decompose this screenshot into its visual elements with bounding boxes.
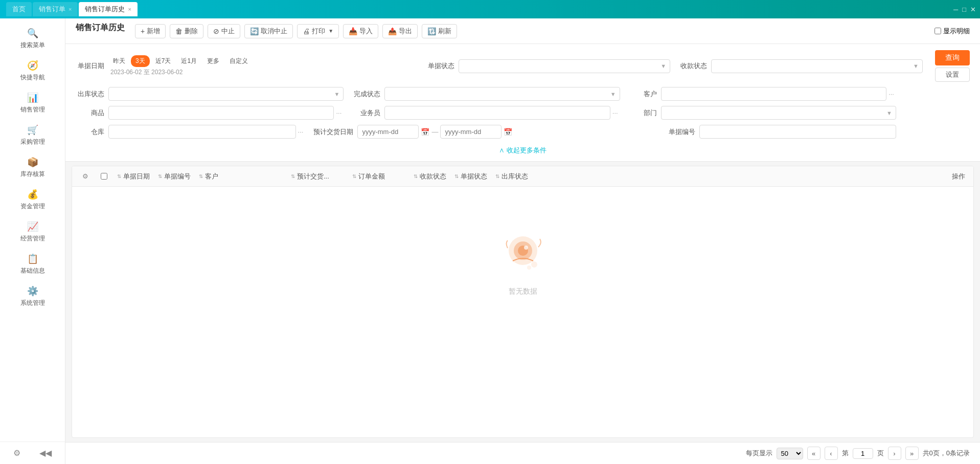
sidebar-item-search-menu[interactable]: 🔍 搜索菜单: [0, 23, 65, 55]
select-all-checkbox[interactable]: [101, 173, 107, 180]
next-page-btn[interactable]: ›: [888, 447, 901, 460]
collapse-row[interactable]: ∧ 收起更多条件: [76, 144, 970, 155]
th-doc-date-label: 单据日期: [123, 172, 150, 181]
first-page-btn[interactable]: «: [807, 447, 821, 460]
th-amount-label: 订单金额: [358, 172, 385, 181]
page-input[interactable]: [853, 448, 873, 459]
import-btn-icon: 📥: [349, 27, 357, 35]
import-button[interactable]: 📥导入: [343, 24, 378, 38]
sidebar-item-basic-info[interactable]: 📋 基础信息: [0, 248, 65, 280]
close-btn[interactable]: ✕: [970, 6, 976, 13]
th-payment-status[interactable]: ⇅ 收款状态: [409, 172, 450, 181]
sidebar: 🔍 搜索菜单 🧭 快捷导航 📊 销售管理 🛒 采购管理 📦 库存核算 💰 资金管…: [0, 18, 65, 464]
delivery-date-label: 预计交货日期: [313, 127, 353, 137]
sidebar-icon-operations-mgmt: 📈: [27, 221, 38, 232]
completion-status-select[interactable]: [384, 87, 620, 101]
settings-button[interactable]: 设置: [935, 68, 970, 82]
date-btn-more[interactable]: 更多: [202, 55, 224, 67]
collapse-chevron-icon: ∧: [499, 146, 505, 154]
sidebar-icon-search-menu: 🔍: [27, 28, 38, 39]
delivery-date-group: 📅 — 📅: [357, 125, 512, 139]
product-dots[interactable]: ···: [334, 109, 344, 117]
th-doc-number[interactable]: ⇅ 单据编号: [154, 172, 195, 181]
sidebar-item-purchase-mgmt[interactable]: 🛒 采购管理: [0, 119, 65, 151]
department-control: ▼: [661, 106, 896, 120]
display-toggle-checkbox[interactable]: [935, 28, 941, 34]
last-page-btn[interactable]: »: [905, 447, 919, 460]
date-btn-group: 昨天 3天 近7天 近1月 更多 自定义: [108, 55, 418, 67]
payment-status-select[interactable]: [711, 59, 923, 73]
cancel-stop-button[interactable]: 🔄取消中止: [244, 24, 293, 38]
th-payment-status-sort-icon: ⇅: [414, 173, 418, 179]
date-btn-custom[interactable]: 自定义: [225, 55, 253, 67]
warehouse-dots[interactable]: ···: [296, 128, 306, 136]
page-size-select[interactable]: 50 10 20 100: [777, 448, 803, 459]
customer-input[interactable]: [661, 87, 886, 101]
sidebar-item-sales-mgmt[interactable]: 📊 销售管理: [0, 87, 65, 119]
date-btn-3days[interactable]: 3天: [131, 55, 150, 67]
outbound-status-select[interactable]: [108, 87, 344, 101]
product-input[interactable]: [108, 106, 334, 120]
th-outbound-status[interactable]: ⇅ 出库状态: [491, 172, 532, 181]
doc-number-input[interactable]: [699, 125, 896, 139]
customer-dots[interactable]: ···: [886, 90, 896, 98]
th-doc-status[interactable]: ⇅ 单据状态: [450, 172, 491, 181]
doc-status-select[interactable]: [459, 59, 670, 73]
doc-number-label: 单据编号: [667, 127, 695, 137]
refresh-button[interactable]: 🔃刷新: [422, 24, 457, 38]
sidebar-item-inventory-calc[interactable]: 📦 库存核算: [0, 151, 65, 184]
department-select[interactable]: [661, 106, 896, 120]
svg-point-4: [531, 261, 537, 268]
th-settings-icon[interactable]: ⚙: [76, 172, 95, 180]
tab-sales-history[interactable]: 销售订单历史×: [79, 2, 137, 16]
tab-close-sales-history[interactable]: ×: [128, 6, 131, 12]
th-customer[interactable]: ⇅ 客户: [195, 172, 287, 181]
salesperson-input[interactable]: [384, 106, 610, 120]
sidebar-item-quick-nav[interactable]: 🧭 快捷导航: [0, 55, 65, 87]
tab-label-sales-history: 销售订单历史: [85, 5, 125, 14]
query-button[interactable]: 查询: [935, 50, 970, 65]
th-checkbox[interactable]: [95, 173, 113, 180]
delivery-start-calendar-icon[interactable]: 📅: [421, 128, 429, 136]
sidebar-item-capital-mgmt[interactable]: 💰 资金管理: [0, 184, 65, 216]
delivery-end-input[interactable]: [440, 125, 502, 139]
sidebar-item-sys-mgmt[interactable]: ⚙️ 系统管理: [0, 280, 65, 313]
date-btn-7days[interactable]: 近7天: [151, 55, 176, 67]
minimize-btn[interactable]: ─: [953, 6, 958, 13]
tab-sales-order[interactable]: 销售订单×: [33, 2, 78, 16]
sidebar-label-inventory-calc: 库存核算: [20, 170, 45, 179]
settings-bottom-icon[interactable]: ⚙: [13, 448, 20, 458]
total-text: 共0页，0条记录: [923, 449, 970, 458]
delivery-start-input[interactable]: [357, 125, 419, 139]
outbound-status-label: 出库状态: [76, 90, 104, 99]
sidebar-item-operations-mgmt[interactable]: 📈 经营管理: [0, 216, 65, 248]
warehouse-input[interactable]: [108, 125, 296, 139]
print-button[interactable]: 🖨打印▼: [297, 24, 339, 38]
stop-btn-icon: ⊘: [213, 27, 219, 35]
export-button[interactable]: 📤导出: [382, 24, 418, 38]
tab-close-sales-order[interactable]: ×: [69, 6, 72, 12]
filter-row-1: 单据日期 昨天 3天 近7天 近1月 更多 自定义 2023-06-02 至 2…: [76, 50, 970, 82]
new-button[interactable]: +新增: [135, 24, 166, 38]
tab-home[interactable]: 首页: [6, 2, 32, 16]
export-btn-icon: 📤: [388, 27, 397, 35]
stop-button[interactable]: ⊘中止: [208, 24, 240, 38]
th-action-label: 操作: [952, 172, 965, 181]
th-delivery[interactable]: ⇅ 预计交货...: [287, 172, 348, 181]
prev-page-btn[interactable]: ‹: [825, 447, 838, 460]
table-header: ⚙ ⇅ 单据日期 ⇅ 单据编号 ⇅ 客户 ⇅ 预计交货... ⇅ 订单金额 ⇅ …: [72, 166, 973, 187]
tab-label-sales-order: 销售订单: [39, 5, 65, 14]
date-btn-1month[interactable]: 近1月: [176, 55, 201, 67]
delete-button[interactable]: 🗑删除: [170, 24, 203, 38]
date-btn-yesterday[interactable]: 昨天: [108, 55, 130, 67]
maximize-btn[interactable]: □: [962, 6, 966, 13]
collapse-icon[interactable]: ◀◀: [39, 448, 52, 458]
delivery-end-calendar-icon[interactable]: 📅: [504, 128, 512, 136]
th-amount[interactable]: ⇅ 订单金额: [348, 172, 409, 181]
product-label: 商品: [76, 108, 104, 118]
th-doc-status-label: 单据状态: [461, 172, 487, 181]
cancel-stop-btn-icon: 🔄: [250, 27, 259, 35]
th-doc-date[interactable]: ⇅ 单据日期: [113, 172, 154, 181]
salesperson-dots[interactable]: ···: [610, 109, 620, 117]
collapse-label: 收起更多条件: [507, 146, 546, 154]
